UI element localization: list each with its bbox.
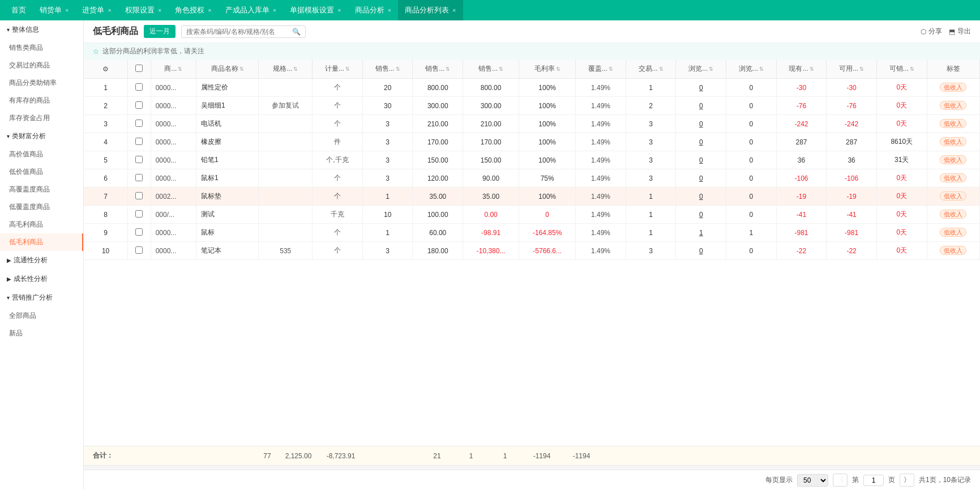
settings-icon[interactable]: ⚙: [102, 65, 109, 73]
nav-role[interactable]: 角色授权 ×: [168, 0, 218, 20]
nav-close-role[interactable]: ×: [208, 7, 211, 14]
sidebar-item-sales-goods[interactable]: 销售类商品: [0, 39, 83, 57]
row-views1[interactable]: 0: [676, 188, 726, 206]
sidebar-item-low-margin[interactable]: 低毛利商品: [0, 233, 83, 251]
nav-close-sales[interactable]: ×: [65, 7, 69, 14]
sidebar-item-all-goods[interactable]: 全部商品: [0, 307, 83, 325]
nav-close-product-inbound[interactable]: ×: [273, 7, 276, 14]
sidebar-item-high-value[interactable]: 高价值商品: [0, 146, 83, 163]
row-select[interactable]: [128, 206, 151, 224]
row-current-stock: 287: [776, 133, 827, 151]
row-views1[interactable]: 0: [676, 133, 726, 151]
sidebar-item-low-value[interactable]: 低价值商品: [0, 163, 83, 181]
search-icon[interactable]: 🔍: [292, 28, 301, 36]
row-checkbox[interactable]: [135, 246, 143, 254]
prev-page-btn[interactable]: 〈: [833, 474, 848, 487]
row-checkbox[interactable]: [135, 120, 143, 127]
views1-link[interactable]: 0: [699, 193, 703, 201]
row-checkbox[interactable]: [135, 174, 143, 181]
row-gross-margin: -5766.6...: [519, 242, 576, 260]
row-views1[interactable]: 0: [676, 97, 726, 115]
select-all-checkbox[interactable]: [135, 65, 143, 72]
views1-link[interactable]: 0: [699, 211, 703, 219]
row-select[interactable]: [128, 97, 151, 115]
nav-permission[interactable]: 权限设置 ×: [118, 0, 168, 20]
page-size-select[interactable]: 50 100 200: [797, 474, 828, 487]
sidebar-item-stocked-goods[interactable]: 有库存的商品: [0, 92, 83, 109]
nav-goods-analysis[interactable]: 商品分析 ×: [348, 0, 398, 20]
views1-link[interactable]: 0: [699, 138, 703, 146]
row-views1[interactable]: 1: [676, 224, 726, 242]
row-select[interactable]: [128, 242, 151, 260]
row-tag-cell: 低收入: [927, 133, 979, 151]
sidebar-item-new-goods[interactable]: 新品: [0, 325, 83, 342]
th-checkbox[interactable]: [128, 59, 151, 79]
row-transaction: 1: [626, 206, 676, 224]
row-select[interactable]: [128, 79, 151, 97]
horizontal-scrollbar[interactable]: [84, 465, 980, 470]
views1-link[interactable]: 0: [699, 84, 703, 92]
sidebar-item-category-rate[interactable]: 商品分类助销率: [0, 74, 83, 92]
row-checkbox[interactable]: [135, 83, 143, 91]
row-current-stock: -41: [776, 206, 827, 224]
row-tag-cell: 低收入: [927, 169, 979, 188]
row-views1[interactable]: 0: [676, 206, 726, 224]
row-checkbox[interactable]: [135, 210, 143, 218]
row-views2: 0: [726, 79, 777, 97]
row-select[interactable]: [128, 169, 151, 188]
sidebar-section-flow[interactable]: ▶ 流通性分析: [0, 251, 83, 270]
page-number-input[interactable]: [863, 475, 884, 486]
views1-link[interactable]: 1: [699, 229, 703, 237]
nav-close-permission[interactable]: ×: [158, 7, 161, 14]
row-views1[interactable]: 0: [676, 242, 726, 260]
sidebar-section-overview[interactable]: ▾ 整体信息: [0, 20, 83, 39]
row-name: 鼠标垫: [196, 188, 259, 206]
sidebar-item-high-coverage[interactable]: 高覆盖度商品: [0, 181, 83, 198]
share-btn[interactable]: ⬡ 分享: [921, 27, 942, 36]
sidebar-item-traded-goods[interactable]: 交易过的商品: [0, 57, 83, 74]
row-select[interactable]: [128, 151, 151, 169]
views1-link[interactable]: 0: [699, 102, 703, 110]
row-code: 0000...: [151, 133, 196, 151]
next-page-btn[interactable]: 〉: [900, 474, 914, 487]
nav-goods-analysis-list[interactable]: 商品分析列表 ×: [398, 0, 463, 20]
sidebar-item-high-margin[interactable]: 高毛利商品: [0, 216, 83, 233]
views1-link[interactable]: 0: [699, 174, 703, 182]
sidebar-item-low-coverage[interactable]: 低覆盖度商品: [0, 198, 83, 216]
row-checkbox[interactable]: [135, 228, 143, 236]
nav-close-goods-analysis[interactable]: ×: [388, 7, 391, 14]
row-sales-profit: 0.00: [463, 206, 519, 224]
nav-close-purchase[interactable]: ×: [108, 7, 111, 14]
sidebar-item-stock-capital[interactable]: 库存资金占用: [0, 109, 83, 127]
filter-btn[interactable]: 近一月: [144, 25, 176, 38]
row-checkbox[interactable]: [135, 138, 143, 145]
row-views1[interactable]: 0: [676, 151, 726, 169]
nav-sales-order[interactable]: 销货单 ×: [33, 0, 75, 20]
row-checkbox[interactable]: [135, 156, 143, 163]
row-select[interactable]: [128, 115, 151, 133]
sidebar-section-wealth[interactable]: ▾ 类财富分析: [0, 127, 83, 146]
row-select[interactable]: [128, 224, 151, 242]
export-btn[interactable]: ⬒ 导出: [949, 27, 971, 36]
nav-close-goods-list[interactable]: ×: [452, 7, 456, 14]
views1-link[interactable]: 0: [699, 156, 703, 164]
th-settings[interactable]: ⚙: [84, 59, 128, 79]
row-views1[interactable]: 0: [676, 79, 726, 97]
nav-template-setting[interactable]: 单据模板设置 ×: [283, 0, 348, 20]
row-views1[interactable]: 0: [676, 169, 726, 188]
views1-link[interactable]: 0: [699, 120, 703, 128]
row-select[interactable]: [128, 188, 151, 206]
search-input[interactable]: [186, 28, 292, 36]
row-checkbox[interactable]: [135, 192, 143, 199]
views1-link[interactable]: 0: [699, 247, 703, 255]
row-checkbox[interactable]: [135, 101, 143, 109]
th-coverage: 覆盖...⇅: [576, 59, 626, 79]
nav-product-inbound[interactable]: 产成品入库单 ×: [219, 0, 283, 20]
nav-purchase-order[interactable]: 进货单 ×: [75, 0, 118, 20]
nav-home[interactable]: 首页: [5, 0, 33, 20]
row-select[interactable]: [128, 133, 151, 151]
sidebar-section-marketing[interactable]: ▾ 营销推广分析: [0, 288, 83, 307]
sidebar-section-growth[interactable]: ▶ 成长性分析: [0, 270, 83, 288]
nav-close-template[interactable]: ×: [337, 7, 341, 14]
row-views1[interactable]: 0: [676, 115, 726, 133]
